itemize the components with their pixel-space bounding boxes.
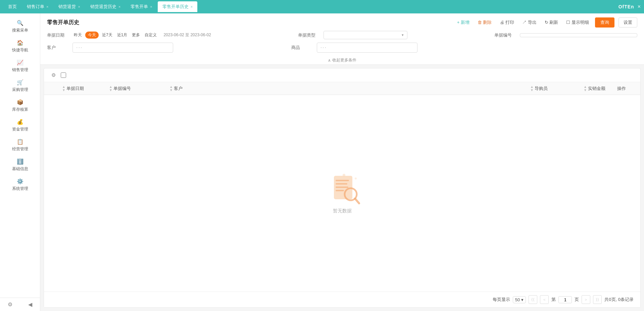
sidebar-item-management-label: 经营管理	[12, 146, 28, 152]
sidebar-item-sales-label: 销售管理	[12, 67, 28, 73]
sidebar-item-inventory[interactable]: 📦 库存核算	[0, 95, 40, 115]
sidebar-item-purchase[interactable]: 🛒 采购管理	[0, 75, 40, 95]
date-shortcut-yesterday[interactable]: 昨天	[72, 32, 83, 39]
tab-retail[interactable]: 零售开单 ×	[126, 1, 157, 12]
purchase-icon: 🛒	[17, 79, 23, 86]
th-date-sort: ▲▼	[62, 85, 65, 92]
svg-rect-3	[336, 187, 348, 188]
goods-dots: ···	[320, 45, 327, 51]
sidebar-item-system[interactable]: ⚙️ 系统管理	[0, 174, 40, 194]
pagination: 每页显示 50 ▾ ⟨⟨ ＜ 第 页 ＞ ⟩⟩ 共0页, 0条记录	[44, 292, 640, 307]
th-amount[interactable]: ▲▼ 实销金额	[568, 85, 608, 92]
tab-retail-history-close[interactable]: ×	[191, 5, 193, 9]
tab-sales-order[interactable]: 销售订单 ×	[22, 1, 53, 12]
system-icon: ⚙️	[17, 178, 23, 185]
empty-state: 暂无数据	[44, 95, 640, 292]
th-no[interactable]: ▲▼ 单据编号	[106, 85, 167, 92]
doc-type-label: 单据类型	[298, 32, 318, 38]
tab-return[interactable]: 销货退货 ×	[54, 1, 85, 12]
per-page-label: 每页显示	[493, 297, 510, 303]
doc-type-select[interactable]: ▾	[324, 31, 407, 39]
date-shortcut-1month[interactable]: 近1月	[116, 32, 129, 39]
search-icon: 🔍	[17, 19, 23, 26]
doc-no-label: 单据编号	[494, 32, 514, 38]
export-button[interactable]: ↗ 导出	[520, 18, 539, 27]
toolbar-btns: + 新增 🗑 删除 🖨 打印 ↗ 导出 ↻ 刷新 ☐ 显示明细 查询 设置	[455, 17, 637, 28]
brand-label: OfTEn	[618, 4, 634, 9]
first-page-button[interactable]: ⟨⟨	[529, 295, 537, 304]
select-all-checkbox[interactable]	[61, 72, 66, 78]
goods-label: 商品	[291, 45, 311, 51]
tab-return-history-close[interactable]: ×	[118, 5, 120, 9]
th-amount-sort: ▲▼	[584, 85, 587, 92]
sales-icon: 📈	[17, 59, 23, 66]
th-action-label: 操作	[617, 86, 626, 92]
date-shortcut-7days[interactable]: 近7天	[101, 32, 114, 39]
customer-input[interactable]: ···	[72, 43, 173, 53]
empty-illustration	[326, 172, 359, 203]
svg-rect-2	[336, 183, 347, 185]
date-shortcut-custom[interactable]: 自定义	[143, 32, 158, 39]
page-label: 页	[575, 297, 579, 303]
sidebar-item-nav-label: 快捷导航	[12, 47, 28, 53]
refresh-button[interactable]: ↻ 刷新	[543, 18, 560, 27]
table-card: ⚙ ▲▼ 单据日期 ▲▼ 单据编号 ▲▼ 客户	[44, 68, 641, 308]
add-button[interactable]: + 新增	[455, 18, 472, 27]
tab-return-history[interactable]: 销货退货历史 ×	[86, 1, 125, 12]
delete-button[interactable]: 🗑 删除	[476, 18, 494, 27]
svg-rect-1	[336, 180, 349, 181]
sidebar-collapse-btn[interactable]: ◀	[28, 301, 32, 308]
prev-page-button[interactable]: ＜	[540, 295, 549, 304]
tab-retail-label: 零售开单	[131, 4, 148, 10]
tab-sales-order-close[interactable]: ×	[46, 5, 48, 9]
svg-line-6	[355, 199, 359, 203]
last-page-button[interactable]: ⟩⟩	[593, 295, 602, 304]
page-word: 第	[551, 297, 556, 303]
goods-input[interactable]: ···	[317, 43, 417, 53]
top-bar: 首页 销售订单 × 销货退货 × 销货退货历史 × 零售开单 × 零售开单历史 …	[0, 0, 644, 13]
table-toolbar: ⚙	[44, 68, 640, 82]
th-guide-label: 导购员	[535, 86, 548, 92]
page-summary: 共0页, 0条记录	[604, 297, 634, 303]
doc-no-input[interactable]	[520, 33, 637, 37]
filter-row-1: 单据日期 昨天 今天 近7天 近1月 更多 自定义 2023-06-02 至 2…	[47, 31, 637, 39]
sidebar-item-search[interactable]: 🔍 搜索采单	[0, 16, 40, 36]
svg-rect-4	[336, 190, 344, 191]
th-customer[interactable]: ▲▼ 客户	[167, 85, 528, 92]
tab-retail-close[interactable]: ×	[150, 5, 152, 9]
page-number-input[interactable]	[558, 296, 572, 303]
chevron-down-icon: ▾	[402, 33, 404, 37]
tab-retail-history[interactable]: 零售开单历史 ×	[158, 1, 197, 12]
th-date-label: 单据日期	[66, 86, 84, 92]
th-date[interactable]: ▲▼ 单据日期	[59, 85, 106, 92]
sidebar-item-basic[interactable]: ℹ️ 基础信息	[0, 155, 40, 174]
date-shortcut-today[interactable]: 今天	[85, 32, 99, 39]
sidebar-settings-btn[interactable]: ⚙	[8, 301, 12, 308]
sidebar-item-management[interactable]: 📋 经营管理	[0, 135, 40, 155]
next-page-button[interactable]: ＞	[582, 295, 590, 304]
sidebar-item-sales[interactable]: 📈 销售管理	[0, 56, 40, 75]
th-customer-label: 客户	[174, 86, 183, 92]
settings-button[interactable]: 设置	[618, 17, 637, 28]
content-area: 零售开单历史 + 新增 🗑 删除 🖨 打印 ↗ 导出 ↻ 刷新 ☐ 显示明细 查…	[40, 13, 644, 311]
per-page-select[interactable]: 50 ▾	[513, 296, 526, 303]
tab-return-close[interactable]: ×	[78, 5, 80, 9]
table-settings-icon[interactable]: ⚙	[49, 71, 57, 79]
sidebar-item-nav[interactable]: 🏠 快捷导航	[0, 36, 40, 56]
date-shortcut-more[interactable]: 更多	[131, 32, 141, 39]
th-guide[interactable]: ▲▼ 导购员	[528, 85, 568, 92]
sidebar-item-finance-label: 资金管理	[12, 126, 28, 132]
date-filter-label: 单据日期	[47, 32, 67, 38]
collapse-icon: ∧	[328, 58, 331, 63]
query-button[interactable]: 查询	[595, 17, 614, 28]
management-icon: 📋	[17, 138, 23, 145]
window-close-icon[interactable]: ×	[638, 4, 641, 10]
collapse-button[interactable]: ∧ 收起更多条件	[47, 56, 637, 64]
tab-home[interactable]: 首页	[3, 1, 21, 12]
th-guide-sort: ▲▼	[530, 85, 534, 92]
display-detail-button[interactable]: ☐ 显示明细	[564, 18, 591, 27]
inventory-icon: 📦	[17, 99, 23, 105]
svg-point-8	[355, 177, 357, 179]
print-button[interactable]: 🖨 打印	[498, 18, 516, 27]
sidebar-item-finance[interactable]: 💰 资金管理	[0, 115, 40, 135]
